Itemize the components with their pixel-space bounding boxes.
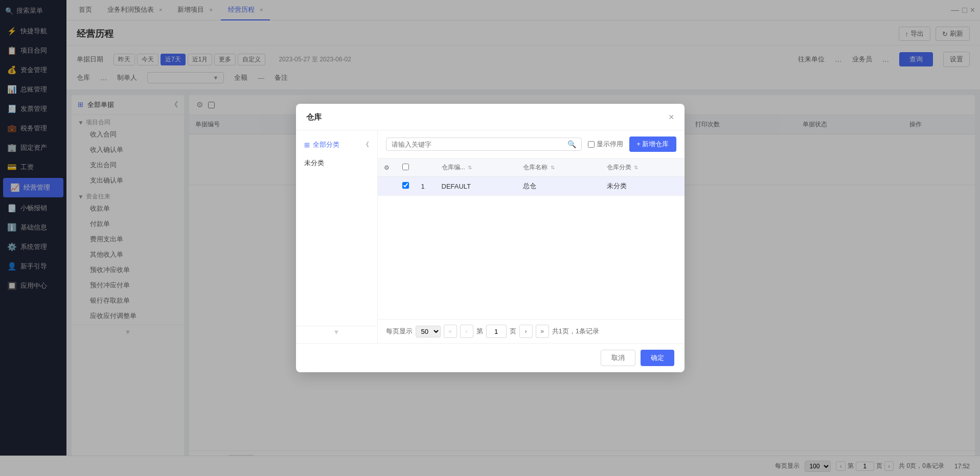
grid-icon-modal: ⊞ xyxy=(304,141,310,149)
all-cat-label: 全部分类 xyxy=(313,140,339,149)
modal-page-suffix: 页 xyxy=(510,327,516,336)
modal-th-checkbox xyxy=(396,158,415,177)
row-category-cell: 未分类 xyxy=(601,177,685,196)
modal-th-name: 仓库名称 ⇅ xyxy=(517,158,601,177)
modal-table-wrapper: ⚙ 仓库编... ⇅ 仓库名称 ⇅ xyxy=(378,158,685,319)
modal-all-category[interactable]: ⊞ 全部分类 《 xyxy=(296,135,377,154)
modal-page-label: 第 xyxy=(476,327,483,336)
show-disabled-checkbox[interactable] xyxy=(588,141,595,148)
modal-scroll-area: ▼ xyxy=(296,172,377,338)
sort-icon-name: ⇅ xyxy=(551,165,555,170)
modal-next-page-btn[interactable]: › xyxy=(519,325,533,338)
show-disabled-label: 显示停用 xyxy=(588,140,623,149)
modal-footer: 每页显示 50 « ‹ 第 页 › » 共1页，1条记录 xyxy=(378,319,685,343)
sort-icon-code: ⇅ xyxy=(468,165,472,170)
row-name-cell: 总仓 xyxy=(517,177,601,196)
table-row[interactable]: 1 DEFAULT 总仓 未分类 xyxy=(378,177,685,196)
row-checkbox[interactable] xyxy=(402,182,409,189)
modal-confirm-button[interactable]: 确定 xyxy=(641,350,674,366)
modal-cancel-button[interactable]: 取消 xyxy=(601,350,635,366)
modal-per-page-select[interactable]: 50 xyxy=(416,326,441,337)
warehouse-modal: 仓库 × ⊞ 全部分类 《 未分类 ▼ xyxy=(296,104,685,372)
uncategorized-label: 未分类 xyxy=(304,158,324,168)
scroll-down-btn[interactable]: ▼ xyxy=(296,326,377,338)
modal-search-input[interactable] xyxy=(392,141,568,148)
modal-title: 仓库 xyxy=(306,112,322,122)
modal-th-code: 仓库编... ⇅ xyxy=(436,158,517,177)
modal-uncategorized[interactable]: 未分类 xyxy=(296,154,377,172)
modal-th-settings: ⚙ xyxy=(378,158,396,177)
modal-body: ⊞ 全部分类 《 未分类 ▼ 🔍 xyxy=(296,130,685,343)
modal-per-page-label: 每页显示 xyxy=(386,327,413,336)
add-warehouse-button[interactable]: + 新增仓库 xyxy=(629,137,676,152)
row-settings-cell xyxy=(378,177,396,196)
row-num-cell: 1 xyxy=(415,177,436,196)
collapse-left-icon[interactable]: 《 xyxy=(362,140,369,149)
modal-toolbar: 🔍 显示停用 + 新增仓库 xyxy=(378,130,685,158)
row-code-cell: DEFAULT xyxy=(436,177,517,196)
row-checkbox-cell xyxy=(396,177,415,196)
show-disabled-text: 显示停用 xyxy=(597,140,623,149)
modal-last-page-btn[interactable]: » xyxy=(536,325,549,338)
modal-th-category: 仓库分类 ⇅ xyxy=(601,158,685,177)
modal-page-input[interactable] xyxy=(486,325,507,338)
modal-total-info: 共1页，1条记录 xyxy=(552,327,599,336)
modal-close-button[interactable]: × xyxy=(669,112,674,123)
modal-overlay: 仓库 × ⊞ 全部分类 《 未分类 ▼ xyxy=(0,0,980,476)
modal-categories: ⊞ 全部分类 《 未分类 ▼ xyxy=(296,130,378,343)
modal-search-icon: 🔍 xyxy=(567,140,576,148)
modal-right: 🔍 显示停用 + 新增仓库 ⚙ xyxy=(378,130,685,343)
modal-first-page-btn[interactable]: « xyxy=(444,325,457,338)
modal-th-num xyxy=(415,158,436,177)
modal-table: ⚙ 仓库编... ⇅ 仓库名称 ⇅ xyxy=(378,158,685,196)
modal-prev-page-btn[interactable]: ‹ xyxy=(460,325,473,338)
modal-search-box: 🔍 xyxy=(386,138,582,151)
modal-header: 仓库 × xyxy=(296,104,685,130)
sort-icon-category: ⇅ xyxy=(634,165,638,170)
modal-pagination: 每页显示 50 « ‹ 第 页 › » 共1页，1条记录 xyxy=(386,325,599,338)
modal-select-all[interactable] xyxy=(402,164,409,170)
modal-actions: 取消 确定 xyxy=(296,343,685,372)
